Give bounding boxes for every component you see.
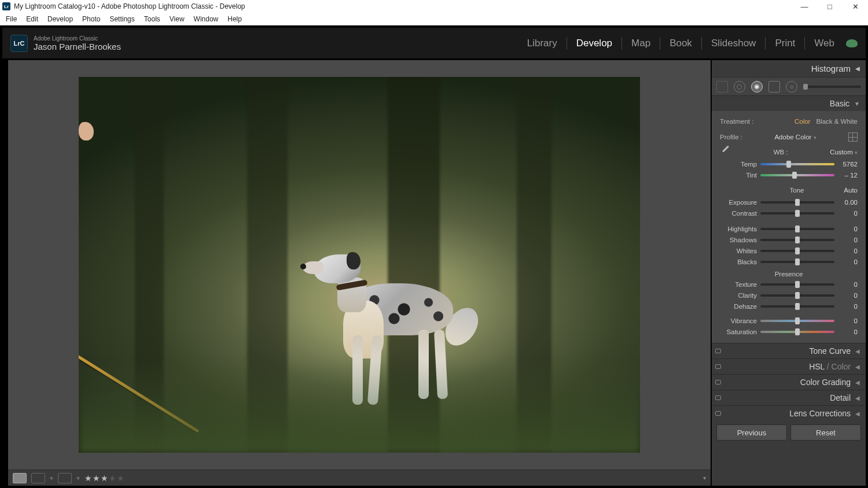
basic-header[interactable]: Basic ▼ <box>712 96 866 111</box>
auto-button[interactable]: Auto <box>834 187 858 194</box>
lens-corrections-header[interactable]: Lens Corrections ◀ <box>712 405 866 421</box>
cloud-sync-icon[interactable] <box>846 39 858 47</box>
module-book[interactable]: Book <box>667 36 694 50</box>
module-header: LrC Adobe Lightroom Classic Jason Parnel… <box>2 28 866 59</box>
menu-file[interactable]: File <box>2 14 20 24</box>
tint-slider[interactable] <box>760 174 834 176</box>
clarity-value[interactable]: 0 <box>838 292 858 299</box>
window-title: My Lightroom Catalog-v10 - Adobe Photosh… <box>14 2 245 10</box>
saturation-value[interactable]: 0 <box>838 328 858 335</box>
profile-browser-icon[interactable] <box>848 132 858 142</box>
histogram-title: Histogram <box>811 64 851 73</box>
minimize-button[interactable]: — <box>792 0 817 13</box>
preview-image[interactable] <box>79 77 640 453</box>
close-button[interactable]: ✕ <box>843 0 868 13</box>
clarity-slider[interactable] <box>760 294 834 297</box>
module-develop[interactable]: Develop <box>574 36 615 50</box>
contrast-value[interactable]: 0 <box>838 210 858 217</box>
menu-help[interactable]: Help <box>224 14 245 24</box>
reset-button[interactable]: Reset <box>790 424 861 441</box>
right-panel: Histogram ◀ ◌ ◉ ○ Basic ▼ Treatment : <box>712 60 866 486</box>
wb-eyedropper-icon[interactable] <box>720 146 731 158</box>
panel-switch-icon[interactable] <box>715 395 721 400</box>
crop-tool-icon[interactable] <box>716 81 728 93</box>
module-print[interactable]: Print <box>773 36 797 50</box>
vibrance-label: Vibrance <box>720 317 757 324</box>
treatment-color[interactable]: Color <box>795 118 810 125</box>
tone-curve-header[interactable]: Tone Curve ◀ <box>712 343 866 358</box>
contrast-slider[interactable] <box>760 212 834 215</box>
canvas-toolbar: ▾ ▾ ★★★★★ ▾ <box>8 469 711 486</box>
tint-value[interactable]: – 12 <box>838 172 858 179</box>
dehaze-value[interactable]: 0 <box>838 303 858 310</box>
maximize-button[interactable]: □ <box>817 0 843 13</box>
panel-switch-icon[interactable] <box>715 349 721 353</box>
shadows-value[interactable]: 0 <box>838 236 858 243</box>
contrast-label: Contrast <box>720 210 757 217</box>
whites-value[interactable]: 0 <box>838 247 858 254</box>
profile-value[interactable]: Adobe Color ▾ <box>774 134 816 141</box>
vibrance-slider[interactable] <box>760 320 834 322</box>
module-map[interactable]: Map <box>629 36 653 50</box>
saturation-slider[interactable] <box>760 331 834 333</box>
blacks-slider[interactable] <box>760 261 834 263</box>
loupe-view-button[interactable] <box>13 473 27 483</box>
chevron-down-icon: ▼ <box>854 101 860 107</box>
reference-view-button[interactable] <box>58 473 72 483</box>
rating-stars[interactable]: ★★★★★ <box>84 474 125 483</box>
panel-switch-icon[interactable] <box>715 380 721 385</box>
hsl-header[interactable]: HSL / Color ◀ <box>712 358 866 374</box>
canvas-area[interactable] <box>8 60 711 469</box>
vibrance-value[interactable]: 0 <box>838 317 858 324</box>
menu-develop[interactable]: Develop <box>44 14 76 24</box>
app-icon: Lr <box>2 2 10 10</box>
temp-slider[interactable] <box>760 163 834 165</box>
spot-removal-icon[interactable]: ◌ <box>734 81 745 93</box>
clarity-label: Clarity <box>720 292 757 299</box>
menu-edit[interactable]: Edit <box>23 14 42 24</box>
menu-settings[interactable]: Settings <box>106 14 138 24</box>
radial-filter-icon[interactable]: ○ <box>786 81 797 93</box>
exposure-value[interactable]: 0.00 <box>838 199 858 206</box>
color-grading-header[interactable]: Color Grading ◀ <box>712 374 866 390</box>
highlights-value[interactable]: 0 <box>838 225 858 232</box>
menu-bar: File Edit Develop Photo Settings Tools V… <box>0 13 868 25</box>
canvas-column: ▾ ▾ ★★★★★ ▾ <box>8 60 711 486</box>
product-name: Adobe Lightroom Classic <box>34 35 121 42</box>
menu-view[interactable]: View <box>166 14 188 24</box>
menu-photo[interactable]: Photo <box>79 14 104 24</box>
wb-value[interactable]: Custom ▾ <box>830 149 858 156</box>
highlights-slider[interactable] <box>760 228 834 230</box>
redeye-tool-icon[interactable]: ◉ <box>751 81 763 93</box>
menu-window[interactable]: Window <box>190 14 222 24</box>
tint-label: Tint <box>720 172 757 179</box>
detail-header[interactable]: Detail ◀ <box>712 390 866 405</box>
panel-switch-icon[interactable] <box>715 411 721 416</box>
dehaze-slider[interactable] <box>760 305 834 308</box>
whites-slider[interactable] <box>760 250 834 252</box>
before-after-button[interactable] <box>31 473 45 483</box>
module-slideshow[interactable]: Slideshow <box>709 36 759 50</box>
exposure-label: Exposure <box>720 199 757 206</box>
previous-button[interactable]: Previous <box>716 424 787 441</box>
temp-value[interactable]: 5762 <box>838 161 858 168</box>
tool-slider[interactable] <box>803 86 861 88</box>
shadows-slider[interactable] <box>760 239 834 241</box>
exposure-slider[interactable] <box>760 201 834 204</box>
texture-slider[interactable] <box>760 283 834 286</box>
highlights-label: Highlights <box>720 225 757 232</box>
module-library[interactable]: Library <box>525 36 560 50</box>
menu-tools[interactable]: Tools <box>141 14 164 24</box>
blacks-value[interactable]: 0 <box>838 258 858 265</box>
module-web[interactable]: Web <box>812 36 837 50</box>
soft-proof-toggle[interactable]: ▾ <box>703 475 706 481</box>
saturation-label: Saturation <box>720 328 757 335</box>
treatment-bw[interactable]: Black & White <box>816 118 858 125</box>
temp-label: Temp <box>720 161 757 168</box>
profile-label: Profile : <box>720 134 742 141</box>
texture-value[interactable]: 0 <box>838 281 858 288</box>
masking-tool-icon[interactable] <box>768 81 780 93</box>
panel-switch-icon[interactable] <box>715 364 721 369</box>
texture-label: Texture <box>720 281 757 288</box>
histogram-header[interactable]: Histogram ◀ <box>712 60 866 77</box>
